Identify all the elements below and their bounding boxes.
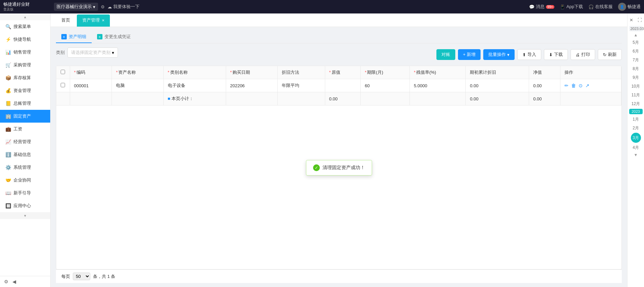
headset-icon: 🎧 [588,4,594,9]
per-page-select[interactable]: 50 10 20 100 [73,273,90,280]
settings-footer-icon[interactable]: ⚙ [4,279,8,284]
sidebar-item-funds[interactable]: 💰 资金管理 [0,84,50,97]
category-filter-value: 请选择固定资产类别 [71,50,111,56]
edit-icon[interactable]: ✏ [564,83,569,88]
print-icon: 🖨 [576,52,580,57]
copy-icon[interactable]: ⊙ [579,83,583,88]
filter-chevron-icon: ▾ [112,50,114,55]
subtotal-label: ■ 本页小计： [163,92,226,105]
header-checkbox-cell [56,66,70,79]
sidebar-item-sales[interactable]: 📊 销售管理 [0,46,50,59]
tab-assets-mgmt[interactable]: 资产管理 ✕ [77,14,110,27]
month-item-1[interactable]: 1月 [630,115,642,123]
year-badge: 2023.03 [629,26,643,31]
sidebar-item-search[interactable]: 🔍 搜索菜单 [0,20,50,33]
month-item-5[interactable]: 5月 [630,38,642,46]
month-item-8[interactable]: 8月 [630,65,642,73]
table-row: 000001 电脑 电子设备 202206 年限平均 ✓ 清理固定资产成功！ [56,79,621,92]
category-filter-select[interactable]: 请选择固定资产类别 ▾ [67,47,118,58]
chevron-down-icon: ▾ [93,4,95,9]
month-nav-down[interactable]: ▼ [633,152,639,158]
sidebar-item-quicknav[interactable]: ⚡ 快捷导航 [0,33,50,46]
month-item-6[interactable]: 6月 [630,47,642,55]
sidebar-item-basicinfo[interactable]: ℹ️ 基础信息 [0,148,50,161]
month-item-2[interactable]: 2月 [630,124,642,132]
header-net-value: 净值 [529,66,560,79]
sidebar-item-assets[interactable]: 🏢 固定资产 [0,110,50,123]
print-button[interactable]: 🖨 打印 [571,49,595,60]
main-layout: ▲ 🔍 搜索菜单 ⚡ 快捷导航 📊 销售管理 🛒 采购管理 📦 库存核算 💰 资… [0,13,644,287]
logo-text: 畅捷通好业财 [3,2,30,7]
sidebar-item-apps[interactable]: 🔲 应用中心 [0,199,50,212]
table-header-row: *编码 *资产名称 *类别名称 *购买日期 折旧方法 *原值 *期限(月) *残… [56,66,621,79]
sidebar-item-salary[interactable]: 💼 工资 [0,123,50,135]
panel-expand-icon[interactable]: ⛶ [638,18,642,23]
tab-close-icon[interactable]: ✕ [102,19,104,22]
handshake-icon: 🤝 [5,178,11,183]
new-button[interactable]: + 新增 [458,49,481,60]
grid-icon: 🔲 [5,203,11,209]
top-header: 畅捷通好业财 普及版 医疗器械行业演示 ▾ ⚙ ☁ 我要体验一下 💬 消息 99… [0,0,644,13]
tab-home[interactable]: 首页 [56,14,75,27]
action-icons: ✏ 🗑 ⊙ ↗ [564,83,617,88]
batch-chevron-icon: ▾ [507,52,510,57]
batch-button[interactable]: 批量操作 ▾ [483,49,515,60]
delete-icon[interactable]: 🗑 [571,83,576,88]
refresh-icon: ↻ [603,52,607,57]
header-code: *编码 [70,66,112,79]
page-content: ≡ 资产明细 ≡ 变更生成凭证 类别 请选择固定资产类别 ▾ [51,27,627,287]
app-download-btn[interactable]: 📱 App下载 [560,4,583,10]
header-depreciation-method: 折旧方法 [278,66,325,79]
gear-icon[interactable]: ⚙ [101,4,105,9]
month-item-7[interactable]: 7月 [630,56,642,64]
success-toast: ✓ 清理固定资产成功！ [306,160,372,176]
month-item-10[interactable]: 10月 [630,82,642,90]
month-item-12[interactable]: 12月 [630,100,642,108]
subtotal-row: ■ 本页小计： 0.00 0.00 0.00 [56,92,621,105]
sidebar-item-inventory[interactable]: 📦 库存核算 [0,71,50,84]
more-icon[interactable]: ↗ [585,83,589,88]
month-item-4[interactable]: 4月 [630,144,642,152]
reconcile-button[interactable]: 对账 [436,49,455,60]
briefcase-icon: 💼 [5,126,11,132]
info-icon: ℹ️ [5,152,11,157]
refresh-button[interactable]: ↻ 刷新 [598,49,622,60]
select-all-checkbox[interactable] [61,70,65,74]
toolbar-right: 对账 + 新增 批量操作 ▾ ⬆ 导入 ⬇ 下载 🖨 [436,49,622,60]
month-item-11[interactable]: 11月 [630,91,642,99]
row-residual-rate: 5.0000 [409,79,466,92]
header-name: *资产名称 [112,66,163,79]
month-item-9[interactable]: 9月 [630,73,642,82]
sidebar-scroll-up[interactable]: ▲ [0,13,50,20]
per-page-label: 每页 [61,274,70,280]
sidebar-item-guide[interactable]: 📖 新手引导 [0,187,50,199]
sub-tab-asset-details[interactable]: ≡ 资产明细 [56,31,92,43]
sidebar-item-ledger[interactable]: 📒 总账管理 [0,97,50,110]
sidebar-item-cooperation[interactable]: 🤝 企业协同 [0,174,50,187]
export-button[interactable]: ⬆ 导入 [517,49,541,60]
company-selector[interactable]: 医疗器械行业演示 ▾ [54,3,98,11]
month-item-3-active[interactable]: 3月 [631,133,641,143]
month-nav-up[interactable]: ▲ [633,32,639,38]
download-button[interactable]: ⬇ 下载 [544,49,568,60]
guide-icon: 📖 [5,190,11,196]
avatar: 👤 [618,3,626,11]
sidebar-item-purchase[interactable]: 🛒 采购管理 [0,59,50,71]
success-message: 清理固定资产成功！ [323,165,365,171]
online-service-btn[interactable]: 🎧 在线客服 [588,4,613,10]
experience-btn[interactable]: ☁ 我要体验一下 [108,4,140,10]
notification-btn[interactable]: 💬 消息 99+ [529,4,554,10]
sidebar-item-operations[interactable]: 📈 经营管理 [0,135,50,148]
collapse-icon[interactable]: ◀ [12,279,16,284]
chart-icon: 📊 [5,50,11,55]
pagination-bar: 每页 50 10 20 100 条，共 1 条 [56,269,622,283]
row-checkbox[interactable] [61,83,65,87]
cart-icon: 🛒 [5,62,11,68]
row-initial-depreciation: 0.00 [466,79,529,92]
cloud-icon: ☁ [108,4,112,9]
sidebar-item-system[interactable]: ⚙️ 系统管理 [0,161,50,174]
user-area[interactable]: 👤 畅捷通 [618,3,641,11]
sub-tab-gen-voucher[interactable]: ≡ 变更生成凭证 [92,31,136,43]
panel-close-icon[interactable]: ✕ [630,18,633,23]
sidebar-scroll-down[interactable]: ▼ [0,212,50,219]
